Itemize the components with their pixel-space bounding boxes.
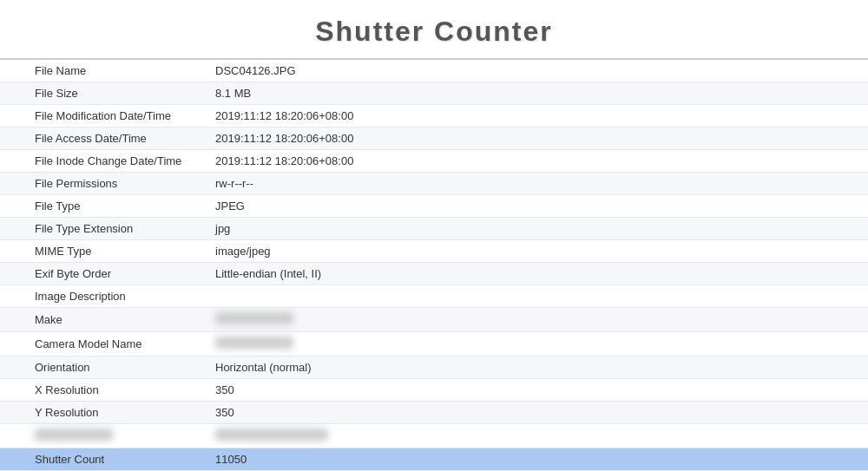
row-label: File Type Extension [0,218,208,240]
row-value [208,285,868,308]
table-row: Y Resolution350 [0,402,868,424]
row-value: Little-endian (Intel, II) [208,263,868,285]
row-value [208,332,868,357]
row-value: 2019:11:12 18:20:06+08:00 [208,150,868,173]
row-label: Orientation [0,357,208,379]
table-row [0,424,868,448]
row-value: 8.1 MB [208,82,868,105]
table-row: File Permissionsrw-r--r-- [0,173,868,195]
row-value: image/jpeg [208,240,868,263]
table-row: MIME Typeimage/jpeg [0,240,868,263]
row-label: Image Description [0,285,208,308]
row-label: File Inode Change Date/Time [0,150,208,173]
table-row: File Inode Change Date/Time2019:11:12 18… [0,150,868,173]
row-label: File Type [0,195,208,218]
table-row: File Access Date/Time2019:11:12 18:20:06… [0,128,868,150]
page-title: Shutter Counter [0,16,868,48]
row-value: jpg [208,218,868,240]
table-row: OrientationHorizontal (normal) [0,357,868,379]
row-value: 350 [208,402,868,424]
page-header: Shutter Counter [0,0,868,60]
table-row: File Modification Date/Time2019:11:12 18… [0,105,868,128]
metadata-table: File NameDSC04126.JPGFile Size8.1 MBFile… [0,60,868,471]
table-row: Exif Byte OrderLittle-endian (Intel, II) [0,263,868,285]
table-row: File Type Extensionjpg [0,218,868,240]
table-row: Camera Model Name [0,332,868,357]
row-label: MIME Type [0,240,208,263]
row-value: rw-r--r-- [208,173,868,195]
table-row: File TypeJPEG [0,195,868,218]
table-row: File NameDSC04126.JPG [0,60,868,82]
table-row: File Size8.1 MB [0,82,868,105]
row-label: Make [0,308,208,332]
row-label: Camera Model Name [0,332,208,357]
row-value: 2019:11:12 18:20:06+08:00 [208,105,868,128]
row-value: 350 [208,379,868,402]
row-label [0,424,208,448]
row-value [208,424,868,448]
row-label: File Name [0,60,208,82]
row-label: File Modification Date/Time [0,105,208,128]
row-label: Shutter Count [0,448,208,471]
table-row: Image Description [0,285,868,308]
row-value: JPEG [208,195,868,218]
table-row: X Resolution350 [0,379,868,402]
row-label: Y Resolution [0,402,208,424]
table-row: Make [0,308,868,332]
row-label: File Access Date/Time [0,128,208,150]
row-label: X Resolution [0,379,208,402]
row-value [208,308,868,332]
row-value: 2019:11:12 18:20:06+08:00 [208,128,868,150]
row-value: DSC04126.JPG [208,60,868,82]
row-label: File Size [0,82,208,105]
row-value: Horizontal (normal) [208,357,868,379]
row-value: 11050 [208,448,868,471]
row-label: File Permissions [0,173,208,195]
row-label: Exif Byte Order [0,263,208,285]
table-row: Shutter Count11050 [0,448,868,471]
